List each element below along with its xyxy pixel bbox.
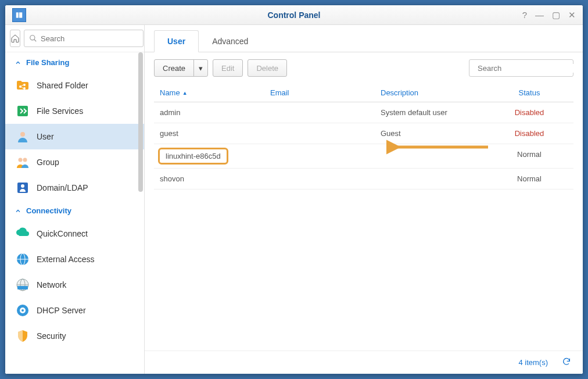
sidebar-search-input[interactable] [41,34,138,43]
svg-line-3 [34,40,37,42]
quickconnect-icon [16,227,30,241]
app-icon [12,8,26,22]
main-panel: User Advanced Create ▾ Edit Delete Name▲ [145,25,583,374]
create-dropdown-caret[interactable]: ▾ [193,60,207,76]
cell-email [264,127,375,140]
cell-name: admin [154,106,264,119]
refresh-button[interactable] [562,357,571,368]
maximize-button[interactable]: ▢ [552,10,560,20]
sidebar-list: File Sharing Shared Folder File Services… [5,52,144,374]
sidebar-item-label: Shared Folder [37,81,88,90]
svg-rect-21 [17,286,28,289]
table-row[interactable]: guestGuestDisabled [154,123,573,144]
table-header: Name▲ Email Description Status [154,84,573,102]
table-body: adminSystem default userDisabledguestGue… [154,102,573,190]
svg-point-6 [23,87,26,90]
sidebar-item-file-services[interactable]: File Services [5,98,144,124]
file-services-icon [16,104,30,118]
sidebar-item-label: File Services [37,106,83,116]
chevron-up-icon [15,208,21,214]
sidebar-item-label: External Access [37,255,95,264]
highlighted-user: linuxhint-e86c5d [158,148,228,165]
create-button[interactable]: Create ▾ [154,59,208,77]
sidebar-item-shared-folder[interactable]: Shared Folder [5,73,144,98]
col-email[interactable]: Email [264,84,375,102]
col-description[interactable]: Description [375,84,485,102]
cell-email [264,106,375,119]
edit-button[interactable]: Edit [213,59,243,77]
sidebar-item-domain-ldap[interactable]: Domain/LDAP [5,175,144,201]
sort-asc-icon: ▲ [182,90,188,96]
table-search[interactable] [469,59,573,77]
sidebar: File Sharing Shared Folder File Services… [5,25,145,374]
sidebar-item-label: Security [37,331,66,341]
delete-button[interactable]: Delete [248,59,287,77]
svg-point-14 [21,184,24,188]
svg-point-11 [19,158,23,162]
sidebar-item-quickconnect[interactable]: QuickConnect [5,221,144,246]
sidebar-item-user[interactable]: User [5,124,144,149]
sidebar-item-label: QuickConnect [37,229,88,238]
table-row[interactable]: adminSystem default userDisabled [154,102,573,123]
svg-point-12 [23,158,27,162]
sidebar-item-label: Network [37,280,66,289]
sidebar-item-network[interactable]: Network [5,272,144,298]
window-title: Control Panel [267,10,320,20]
external-access-icon [16,252,30,266]
cell-description [375,172,485,185]
svg-rect-1 [19,12,22,17]
section-connectivity[interactable]: Connectivity [5,201,144,221]
domain-ldap-icon [16,181,30,195]
cell-status: Disabled [485,106,573,119]
network-icon [16,278,30,292]
cell-email [264,148,375,165]
help-button[interactable]: ? [522,10,527,20]
cell-name: shovon [154,172,264,185]
cell-status: Disabled [485,127,573,140]
table-search-input[interactable] [478,64,575,73]
close-button[interactable]: ✕ [568,10,576,20]
footer: 4 item(s) [145,351,583,374]
highlight-arrow [386,138,491,156]
sidebar-item-label: Domain/LDAP [37,183,88,192]
sidebar-item-label: DHCP Server [37,306,86,315]
item-count: 4 item(s) [518,358,548,367]
sidebar-toolbar [5,25,144,52]
tab-user[interactable]: User [154,30,199,52]
shield-icon [16,329,30,343]
table-row[interactable]: linuxhint-e86c5dNormal [154,144,573,169]
table-row[interactable]: shovonNormal [154,169,573,190]
cell-name: guest [154,127,264,140]
home-button[interactable] [10,30,20,47]
col-name[interactable]: Name▲ [154,84,264,102]
sidebar-item-security[interactable]: Security [5,323,144,349]
cell-name: linuxhint-e86c5d [154,148,264,165]
cell-email [264,172,375,185]
sidebar-search[interactable] [24,30,144,47]
sidebar-item-label: User [37,132,54,141]
window-body: File Sharing Shared Folder File Services… [5,25,583,374]
sidebar-item-external-access[interactable]: External Access [5,246,144,272]
dhcp-server-icon [16,303,30,317]
sidebar-item-dhcp-server[interactable]: DHCP Server [5,298,144,323]
tab-advanced[interactable]: Advanced [199,30,261,52]
control-panel-window: Control Panel ? — ▢ ✕ File Sharing [5,5,583,374]
sidebar-item-label: Group [37,158,59,167]
sidebar-scrollbar[interactable] [138,52,143,374]
svg-point-4 [19,85,21,88]
minimize-button[interactable]: — [535,10,544,20]
user-icon [16,130,30,144]
section-label: File Sharing [26,58,69,67]
svg-rect-0 [16,12,19,17]
svg-point-10 [20,132,25,137]
sidebar-item-group[interactable]: Group [5,149,144,175]
section-label: Connectivity [26,206,71,215]
chevron-up-icon [15,59,21,66]
col-status[interactable]: Status [485,84,573,102]
search-icon [29,34,37,42]
section-file-sharing[interactable]: File Sharing [5,52,144,73]
svg-point-2 [30,35,35,40]
tabs: User Advanced [145,25,583,52]
group-icon [16,155,30,169]
svg-point-24 [21,309,24,312]
